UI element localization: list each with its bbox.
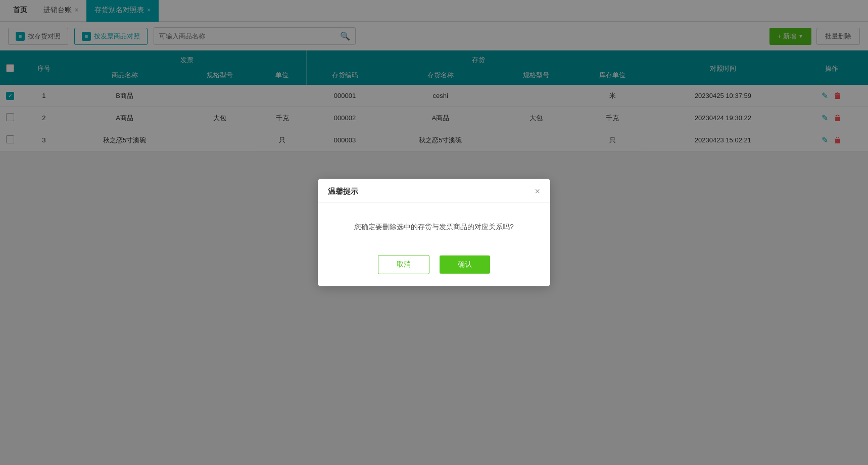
modal-overlay: 温馨提示 × 您确定要删除选中的存货与发票商品的对应关系吗? 取消 确认 <box>0 0 868 151</box>
